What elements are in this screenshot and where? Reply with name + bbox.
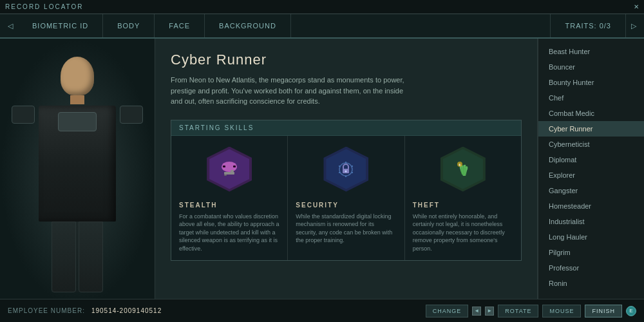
bg-item-diplomat[interactable]: Diplomat xyxy=(538,152,644,167)
character-neck xyxy=(70,95,84,104)
bg-item-industrialist[interactable]: Industrialist xyxy=(538,214,644,229)
armor-detail xyxy=(58,112,97,131)
stealth-icon xyxy=(218,158,241,181)
stealth-name: STEALTH xyxy=(179,202,279,209)
mouse-button[interactable]: MOUSE xyxy=(542,305,581,317)
character-head xyxy=(61,57,94,95)
finish-button[interactable]: FINISH xyxy=(585,305,622,317)
bottom-actions: CHANGE ◄ ► ROTATE MOUSE FINISH E xyxy=(426,305,636,317)
navigation-tabs: ◁ BIOMETRIC ID BODY FACE BACKGROUND TRAI… xyxy=(0,14,644,39)
char-leg-left xyxy=(52,222,76,292)
stealth-hex-inner xyxy=(209,149,249,189)
svg-point-14 xyxy=(339,166,340,167)
info-panel: Cyber Runner From Neon to New Atlantis, … xyxy=(155,39,538,307)
bg-item-pilgrim[interactable]: Pilgrim xyxy=(538,245,644,260)
top-bar: RECORD LOCATOR ✕ xyxy=(0,0,644,14)
svg-rect-1 xyxy=(223,166,225,167)
close-icon[interactable]: ✕ xyxy=(634,3,639,10)
skill-stealth: STEALTH For a combatant who values discr… xyxy=(171,136,288,261)
skills-section: STARTING SKILLS xyxy=(171,120,522,261)
bg-item-cyberneticist[interactable]: Cyberneticist xyxy=(538,137,644,152)
skills-header: STARTING SKILLS xyxy=(171,120,521,136)
svg-text:¢: ¢ xyxy=(459,163,460,167)
char-shoulder-right xyxy=(120,106,143,124)
finish-circle-icon[interactable]: E xyxy=(626,306,636,316)
bg-item-long-hauler[interactable]: Long Hauler xyxy=(538,229,644,245)
svg-point-12 xyxy=(345,176,346,177)
svg-rect-3 xyxy=(224,172,234,175)
bg-item-cyber-runner[interactable]: Cyber Runner xyxy=(538,121,644,137)
background-title: Cyber Runner xyxy=(171,52,522,68)
bg-item-beast-hunter[interactable]: Beast Hunter xyxy=(538,44,644,59)
character-shoulders xyxy=(12,106,143,222)
char-shoulder-left xyxy=(12,106,35,124)
character-body xyxy=(39,106,116,222)
tab-biometric[interactable]: BIOMETRIC ID xyxy=(18,14,103,37)
svg-point-13 xyxy=(339,172,340,173)
prev-button[interactable]: ◄ xyxy=(472,307,481,316)
main-content: Cyber Runner From Neon to New Atlantis, … xyxy=(0,39,644,307)
rotate-button[interactable]: ROTATE xyxy=(498,305,538,317)
theft-icon-container: ¢ xyxy=(437,144,489,195)
bg-item-gangster[interactable]: Gangster xyxy=(538,183,644,198)
bg-item-bouncer[interactable]: Bouncer xyxy=(538,59,644,75)
background-list: Beast Hunter Bouncer Bounty Hunter Chef … xyxy=(538,39,644,307)
character-legs xyxy=(52,222,103,292)
svg-point-11 xyxy=(352,172,353,173)
security-name: SECURITY xyxy=(296,202,396,209)
next-button[interactable]: ► xyxy=(485,307,494,316)
employee-number: 190514-2009140512 xyxy=(91,307,162,314)
theft-hex-inner: ¢ xyxy=(443,149,483,189)
security-icon xyxy=(334,158,357,181)
bg-item-combat-medic[interactable]: Combat Medic xyxy=(538,106,644,121)
skills-grid: STEALTH For a combatant who values discr… xyxy=(171,136,521,261)
svg-rect-2 xyxy=(233,166,236,167)
svg-point-9 xyxy=(345,162,346,163)
security-hex-inner xyxy=(326,149,366,189)
security-hex xyxy=(320,144,372,195)
svg-point-8 xyxy=(345,170,347,172)
bg-item-homesteader[interactable]: Homesteader xyxy=(538,198,644,214)
portrait-background xyxy=(0,39,155,307)
employee-label: EMPLOYEE NUMBER: xyxy=(8,307,85,314)
theft-desc: While not entirely honorable, and certai… xyxy=(413,213,513,253)
svg-rect-5 xyxy=(224,175,227,176)
tab-traits[interactable]: TRAITS: 0/3 xyxy=(550,14,626,37)
skill-theft: ¢ THEFT While not entirely honorable, an… xyxy=(405,136,521,261)
security-icon-container xyxy=(320,144,372,195)
character-figure xyxy=(19,50,135,295)
svg-rect-4 xyxy=(231,170,234,172)
tab-body[interactable]: BODY xyxy=(103,14,155,37)
theft-icon: ¢ xyxy=(451,158,475,181)
stealth-icon-container xyxy=(204,144,255,195)
tab-face[interactable]: FACE xyxy=(155,14,205,37)
svg-point-10 xyxy=(352,166,353,167)
bg-item-chef[interactable]: Chef xyxy=(538,90,644,106)
theft-name: THEFT xyxy=(413,202,513,209)
skill-security: SECURITY While the standardized digital … xyxy=(288,136,404,261)
theft-hex: ¢ xyxy=(437,144,489,195)
tab-background[interactable]: BACKGROUND xyxy=(205,14,291,37)
stealth-desc: For a combatant who values discretion ab… xyxy=(179,213,279,253)
nav-bracket-right[interactable]: ▷ xyxy=(626,14,641,37)
char-leg-right xyxy=(79,222,103,292)
bg-item-ronin[interactable]: Ronin xyxy=(538,276,644,291)
security-desc: While the standardized digital locking m… xyxy=(296,213,396,245)
bg-item-professor[interactable]: Professor xyxy=(538,260,644,276)
bg-item-bounty-hunter[interactable]: Bounty Hunter xyxy=(538,75,644,90)
portrait-area xyxy=(0,39,155,307)
background-desc: From Neon to New Atlantis, the megacorps… xyxy=(171,75,415,107)
change-button[interactable]: CHANGE xyxy=(426,305,469,317)
bg-item-explorer[interactable]: Explorer xyxy=(538,167,644,183)
record-locator-title: RECORD LOCATOR xyxy=(5,3,84,10)
stealth-hex xyxy=(204,144,255,195)
nav-bracket-left[interactable]: ◁ xyxy=(3,14,18,37)
bottom-bar: EMPLOYEE NUMBER: 190514-2009140512 CHANG… xyxy=(0,299,644,322)
